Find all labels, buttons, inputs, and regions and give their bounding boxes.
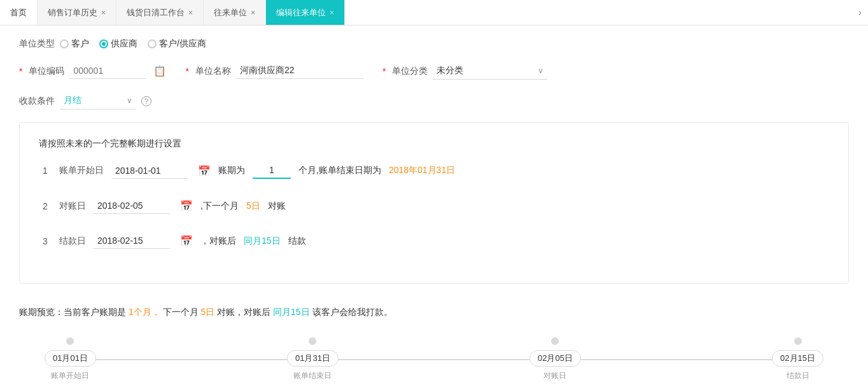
preview-section: 账期预览：当前客户账期是 1个月， 下一个月 5日 对账，对账后 同月15日 该… xyxy=(19,297,849,387)
radio-customer[interactable]: 客户 xyxy=(60,38,89,50)
unit-category-select[interactable]: 未分类 ∨ xyxy=(433,62,547,80)
row1-label: 账单开始日 xyxy=(59,165,104,176)
row1-date-input[interactable] xyxy=(111,163,188,179)
radio-customer-circle xyxy=(60,39,69,48)
preview-highlight3: 同月15日 xyxy=(273,307,310,317)
payment-terms-group: 收款条件 月结 ∨ ? xyxy=(19,92,151,109)
row1-period-input[interactable] xyxy=(253,162,291,179)
settings-row-2: 2 对账日 📅 ,下一个月 5日 对账 xyxy=(39,198,829,214)
unit-name-group: * 单位名称 xyxy=(185,63,363,79)
unit-category-star: * xyxy=(382,66,386,76)
unit-category-group: * 单位分类 未分类 ∨ xyxy=(382,62,547,80)
row2-suffix-before: ,下一个月 xyxy=(200,201,239,212)
payment-terms-label: 收款条件 xyxy=(19,95,55,107)
preview-prefix: 账期预览：当前客户账期是 xyxy=(19,307,126,317)
help-icon[interactable]: ? xyxy=(141,96,151,106)
radio-customer-label: 客户 xyxy=(71,38,89,50)
tab-home[interactable]: 首页 xyxy=(0,0,38,25)
timeline-points: 01月01日 账单开始日 01月31日 账单结束日 02月05日 对账日 02月… xyxy=(45,337,823,381)
preview-middle: 下一个月 xyxy=(163,307,199,317)
row1-period-prefix: 账期为 xyxy=(218,165,245,176)
tab-counterparty-close[interactable]: × xyxy=(251,8,255,17)
radio-group: 客户 供应商 客户/供应商 xyxy=(60,38,206,50)
payment-terms-value: 月结 xyxy=(64,95,124,106)
tab-counterparty-label: 往来单位 xyxy=(214,7,247,18)
radio-both[interactable]: 客户/供应商 xyxy=(148,38,206,50)
timeline-point-4: 02月15日 结款日 xyxy=(772,337,823,381)
preview-suffix: 该客户会给我打款。 xyxy=(312,307,393,317)
preview-text: 账期预览：当前客户账期是 1个月， 下一个月 5日 对账，对账后 同月15日 该… xyxy=(19,307,849,318)
main-content: 单位类型 客户 供应商 客户/供应商 * 单位编码 xyxy=(0,25,868,387)
unit-type-group: 单位类型 客户 供应商 客户/供应商 xyxy=(19,38,206,50)
tab-sales-history-label: 销售订单历史 xyxy=(48,7,97,18)
row2-calendar-icon[interactable]: 📅 xyxy=(180,200,193,212)
timeline-point-1: 01月01日 账单开始日 xyxy=(45,337,96,381)
unit-type-row: 单位类型 客户 供应商 客户/供应商 xyxy=(19,38,849,50)
row3-calendar-icon[interactable]: 📅 xyxy=(180,235,193,247)
radio-both-circle xyxy=(148,39,157,48)
row1-end-date: 2018年01月31日 xyxy=(389,165,455,176)
point-desc-4: 结款日 xyxy=(787,370,809,381)
timeline-point-3: 02月05日 对账日 xyxy=(529,337,581,381)
timeline-container: 01月01日 账单开始日 01月31日 账单结束日 02月05日 对账日 02月… xyxy=(19,337,849,381)
point-date-3: 02月05日 xyxy=(529,350,581,367)
point-desc-3: 对账日 xyxy=(543,370,566,381)
point-date-1: 01月01日 xyxy=(45,350,96,367)
row3-date-input[interactable] xyxy=(94,233,170,249)
row3-label: 结款日 xyxy=(59,236,86,247)
timeline-point-2: 01月31日 账单结束日 xyxy=(287,337,339,381)
unit-code-group: * 单位编码 📋 xyxy=(19,63,166,79)
row2-date-input[interactable] xyxy=(94,198,170,214)
point-dot-3 xyxy=(551,337,559,345)
radio-supplier-label: 供应商 xyxy=(111,38,137,50)
step-2: 2 xyxy=(39,200,52,213)
tab-cashier-close[interactable]: × xyxy=(188,8,193,17)
unit-name-star: * xyxy=(185,66,188,76)
point-date-2: 01月31日 xyxy=(287,350,339,367)
unit-name-label: 单位名称 xyxy=(195,66,231,77)
point-desc-1: 账单开始日 xyxy=(51,370,89,381)
row1-period-suffix: 个月,账单结束日期为 xyxy=(298,165,381,176)
tab-sales-history[interactable]: 销售订单历史 × xyxy=(38,0,116,25)
unit-code-star: * xyxy=(19,66,22,76)
unit-category-value: 未分类 xyxy=(437,65,535,76)
settings-panel: 请按照未来的一个完整帐期进行设置 1 账单开始日 📅 账期为 个月,账单结束日期… xyxy=(19,122,849,284)
unit-code-icon[interactable]: 📋 xyxy=(153,65,166,77)
radio-supplier[interactable]: 供应商 xyxy=(99,38,137,50)
preview-middle2: 对账，对账后 xyxy=(217,307,270,317)
settings-title: 请按照未来的一个完整帐期进行设置 xyxy=(39,138,829,150)
unit-name-input[interactable] xyxy=(236,63,363,79)
preview-highlight2: 5日 xyxy=(200,307,214,317)
settings-row-3: 3 结款日 📅 ，对账后 同月15日 结款 xyxy=(39,233,829,249)
tab-bar: 首页 销售订单历史 × 钱货日清工作台 × 往来单位 × 编辑往来单位 × › xyxy=(0,0,868,25)
row2-label: 对账日 xyxy=(59,201,86,212)
tab-edit-label: 编辑往来单位 xyxy=(276,7,326,18)
tab-home-label: 首页 xyxy=(10,7,27,18)
tab-cashier-workbench[interactable]: 钱货日清工作台 × xyxy=(116,0,204,25)
tab-edit-counterparty[interactable]: 编辑往来单位 × xyxy=(266,0,345,25)
unit-category-label: 单位分类 xyxy=(392,66,428,77)
unit-category-arrow: ∨ xyxy=(538,66,543,75)
radio-both-label: 客户/供应商 xyxy=(159,38,206,50)
tab-sales-history-close[interactable]: × xyxy=(101,8,106,17)
payment-terms-select[interactable]: 月结 ∨ xyxy=(60,92,136,109)
unit-code-input[interactable] xyxy=(69,63,146,79)
unit-code-label: 单位编码 xyxy=(29,66,64,77)
tab-counterparty[interactable]: 往来单位 × xyxy=(204,0,266,25)
radio-supplier-circle xyxy=(99,39,108,48)
payment-terms-arrow: ∨ xyxy=(127,96,132,105)
row2-suffix-after: 对账 xyxy=(268,201,286,212)
settings-row-1: 1 账单开始日 📅 账期为 个月,账单结束日期为 2018年01月31日 xyxy=(39,162,829,179)
point-dot-1 xyxy=(66,337,74,345)
point-dot-4 xyxy=(794,337,802,345)
row3-suffix-before: ，对账后 xyxy=(200,236,236,247)
point-dot-2 xyxy=(309,337,316,345)
point-date-4: 02月15日 xyxy=(772,350,823,367)
row3-suffix-after: 结款 xyxy=(288,236,306,247)
row2-highlight: 5日 xyxy=(246,201,260,212)
row3-highlight: 同月15日 xyxy=(244,236,281,247)
row1-calendar-icon[interactable]: 📅 xyxy=(198,165,211,177)
tab-edit-close[interactable]: × xyxy=(330,8,334,17)
tab-more-arrow[interactable]: › xyxy=(852,0,868,25)
unit-info-row: * 单位编码 📋 * 单位名称 * 单位分类 未分类 ∨ xyxy=(19,62,849,80)
